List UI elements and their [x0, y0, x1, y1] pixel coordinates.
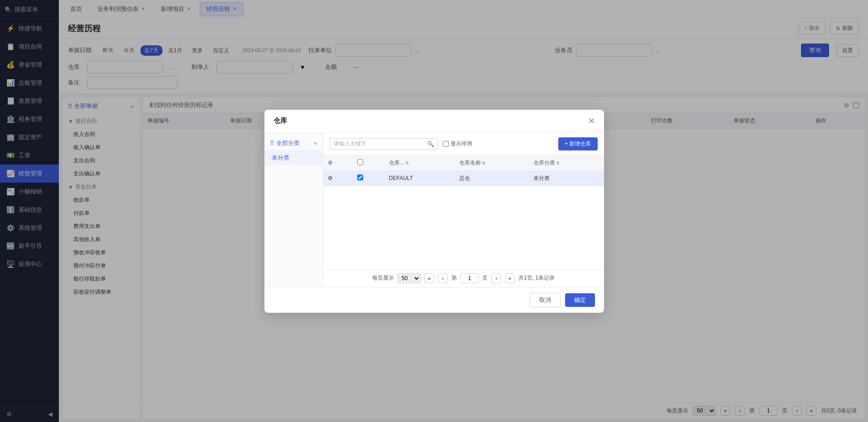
- dialog-left-item-未分类[interactable]: 未分类: [264, 150, 323, 165]
- modal-overlay: 仓库 ✕ ⠿ 全部分类 « 未分类: [0, 0, 868, 422]
- dialog-left-items: 未分类: [264, 150, 323, 165]
- sort-icon: ⇅: [405, 160, 409, 165]
- dialog-next-btn[interactable]: ›: [491, 273, 501, 283]
- dialog-body: ⠿ 全部分类 « 未分类 🔍 显示停用: [264, 133, 604, 287]
- dialog-per-page-label: 每页显示: [372, 274, 394, 282]
- dialog-total-label: 共1页, 1条记录: [518, 274, 555, 282]
- dialog-left-panel: ⠿ 全部分类 « 未分类: [264, 133, 323, 287]
- dialog-table-header: ⚙仓库...⇅仓库名称⇅仓库分类⇅: [323, 155, 604, 171]
- dialog-th-settings: ⚙: [323, 155, 353, 171]
- dialog-left-header: ⠿ 全部分类 «: [264, 136, 323, 150]
- dialog-close-btn[interactable]: ✕: [588, 116, 595, 126]
- dialog-page-label: 第: [451, 274, 457, 282]
- dialog-left-collapse-btn[interactable]: «: [314, 140, 317, 146]
- dialog-last-btn[interactable]: »: [505, 273, 515, 283]
- search-icon2: 🔍: [427, 141, 434, 147]
- dialog-footer: 取消 确定: [264, 287, 604, 313]
- cancel-button[interactable]: 取消: [530, 293, 561, 307]
- show-disabled-label: 显示停用: [443, 140, 472, 148]
- row-settings[interactable]: ⚙: [323, 170, 353, 186]
- row-name: 总仓: [455, 170, 529, 186]
- grid2-icon: ⠿: [270, 140, 274, 146]
- search-box: 🔍: [330, 138, 438, 150]
- warehouse-dialog: 仓库 ✕ ⠿ 全部分类 « 未分类: [264, 110, 604, 313]
- row-code: DEFAULT: [384, 170, 455, 186]
- dialog-pagination: 每页显示 50100 « ‹ 第 页 › » 共1页, 1条记录: [323, 269, 604, 287]
- dialog-table: ⚙仓库...⇅仓库名称⇅仓库分类⇅ ⚙ DEFAULT 总仓 未分类: [323, 155, 604, 186]
- row-category: 未分类: [529, 170, 604, 186]
- dialog-page-input[interactable]: [460, 273, 479, 283]
- show-disabled-checkbox[interactable]: [443, 141, 449, 147]
- dialog-page-suffix: 页: [482, 274, 488, 282]
- dialog-th-code[interactable]: 仓库...⇅: [384, 155, 455, 171]
- dialog-first-btn[interactable]: «: [424, 273, 434, 283]
- select-all-dialog[interactable]: [357, 159, 363, 165]
- dialog-th-checkbox: [353, 155, 384, 171]
- confirm-button[interactable]: 确定: [565, 293, 595, 307]
- dialog-toolbar: 🔍 显示停用 + 新增仓库: [323, 133, 604, 155]
- search-input[interactable]: [334, 141, 424, 147]
- sort-icon: ⇅: [482, 160, 485, 165]
- row-checkbox[interactable]: [353, 170, 384, 186]
- add-warehouse-btn[interactable]: + 新增仓库: [558, 137, 597, 150]
- dialog-table-body: ⚙ DEFAULT 总仓 未分类: [323, 170, 604, 186]
- dialog-header: 仓库 ✕: [264, 110, 604, 133]
- dialog-title: 仓库: [273, 116, 287, 125]
- dialog-per-page-select[interactable]: 50100: [398, 273, 421, 283]
- dialog-table-row[interactable]: ⚙ DEFAULT 总仓 未分类: [323, 170, 604, 186]
- row-settings-icon[interactable]: ⚙: [328, 175, 333, 181]
- dialog-prev-btn[interactable]: ‹: [438, 273, 448, 283]
- dialog-right-panel: 🔍 显示停用 + 新增仓库 ⚙仓库...⇅仓库名称⇅仓库分类⇅: [323, 133, 604, 287]
- dialog-table-wrapper: ⚙仓库...⇅仓库名称⇅仓库分类⇅ ⚙ DEFAULT 总仓 未分类: [323, 155, 604, 269]
- dialog-th-name[interactable]: 仓库名称⇅: [455, 155, 529, 171]
- settings-col-icon[interactable]: ⚙: [328, 160, 333, 166]
- dialog-th-category[interactable]: 仓库分类⇅: [529, 155, 604, 171]
- dialog-left-all-label: ⠿ 全部分类: [270, 139, 300, 147]
- sort-icon: ⇅: [556, 160, 560, 165]
- row-select-checkbox[interactable]: [357, 175, 363, 180]
